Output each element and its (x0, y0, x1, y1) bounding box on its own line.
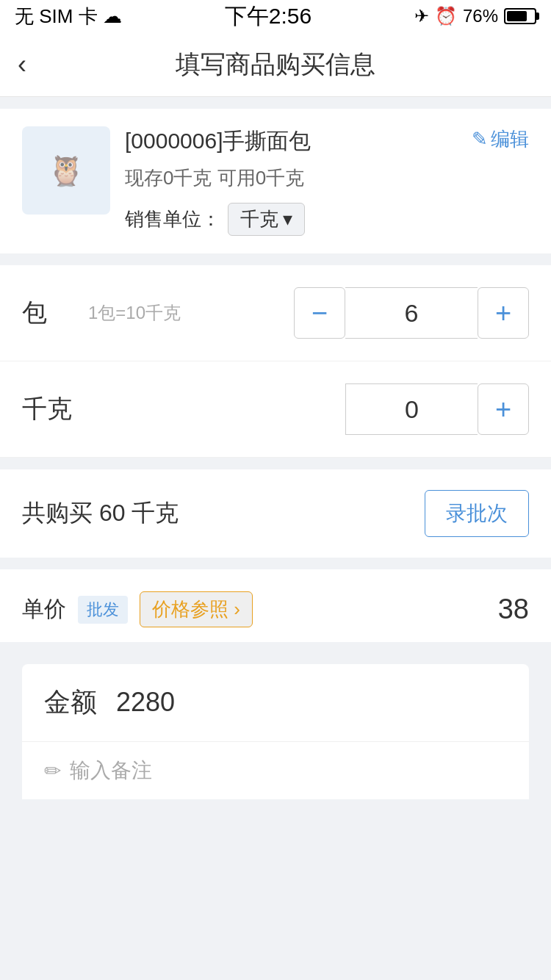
price-value: 38 (498, 594, 529, 625)
kg-input[interactable] (345, 383, 478, 435)
status-right: ✈ ⏰ 76% (414, 6, 536, 26)
bag-increment-button[interactable]: + (478, 287, 529, 339)
product-logo-icon: 🦉 (48, 154, 84, 188)
page-title: 填写商品购买信息 (176, 48, 375, 82)
bag-input[interactable] (345, 287, 478, 339)
product-info: [0000006]手撕面包 ✎ 编辑 现存0千克 可用0千克 销售单位： 千克 … (125, 126, 529, 236)
note-row: ✏ 输入备注 (22, 741, 529, 799)
kg-quantity-row: 千克 + (0, 361, 551, 458)
location-icon: ✈ (414, 6, 429, 26)
status-time: 下午2:56 (225, 1, 311, 32)
sim-label: 无 SIM 卡 ☁ (15, 4, 122, 29)
product-name: [0000006]手撕面包 (125, 126, 311, 156)
edit-button[interactable]: ✎ 编辑 (472, 126, 529, 152)
summary-text: 共购买 60 千克 (22, 497, 179, 530)
amount-value: 2280 (116, 687, 175, 717)
price-label: 单价 (22, 594, 66, 624)
summary-row: 共购买 60 千克 录批次 (0, 469, 551, 558)
price-section: 单价 批发 价格参照 › 38 (0, 569, 551, 642)
chevron-down-icon: ▾ (283, 208, 292, 231)
unit-select[interactable]: 千克 ▾ (228, 203, 305, 236)
product-image: 🦉 (22, 126, 110, 215)
product-unit-row: 销售单位： 千克 ▾ (125, 203, 529, 236)
price-ref-button[interactable]: 价格参照 › (140, 591, 253, 627)
note-placeholder[interactable]: 输入备注 (70, 757, 152, 785)
back-button[interactable]: ‹ (18, 49, 26, 80)
kg-increment-button[interactable]: + (478, 383, 529, 435)
amount-text: 金额 2280 (44, 687, 175, 717)
bag-label: 包 (22, 296, 81, 330)
edit-icon: ✎ (472, 128, 488, 151)
quantity-section: 包 1包=10千克 − + 千克 + (0, 265, 551, 458)
bag-controls: − + (294, 287, 529, 339)
nav-bar: ‹ 填写商品购买信息 (0, 32, 551, 97)
bag-decrement-button[interactable]: − (294, 287, 345, 339)
product-stock: 现存0千克 可用0千克 (125, 165, 529, 191)
battery-icon (504, 8, 536, 24)
unit-value: 千克 (240, 206, 278, 232)
batch-button[interactable]: 录批次 (425, 490, 529, 537)
amount-row: 金额 2280 (22, 664, 529, 741)
kg-controls: + (345, 383, 529, 435)
status-bar: 无 SIM 卡 ☁ 下午2:56 ✈ ⏰ 76% (0, 0, 551, 32)
status-left: 无 SIM 卡 ☁ (15, 4, 122, 29)
price-badge: 批发 (78, 596, 128, 624)
amount-label: 金额 (44, 687, 97, 717)
pencil-icon: ✏ (44, 759, 61, 783)
kg-label: 千克 (22, 392, 81, 426)
product-card: 🦉 [0000006]手撕面包 ✎ 编辑 现存0千克 可用0千克 销售单位： 千… (0, 109, 551, 253)
amount-section: 金额 2280 ✏ 输入备注 (0, 642, 551, 799)
product-name-row: [0000006]手撕面包 ✎ 编辑 (125, 126, 529, 156)
empty-area (0, 799, 551, 980)
price-row: 单价 批发 价格参照 › 38 (22, 591, 529, 627)
bag-hint: 1包=10千克 (88, 301, 294, 325)
unit-label: 销售单位： (125, 206, 220, 232)
bag-quantity-row: 包 1包=10千克 − + (0, 265, 551, 361)
alarm-icon: ⏰ (435, 6, 457, 26)
battery-percent: 76% (463, 6, 498, 26)
